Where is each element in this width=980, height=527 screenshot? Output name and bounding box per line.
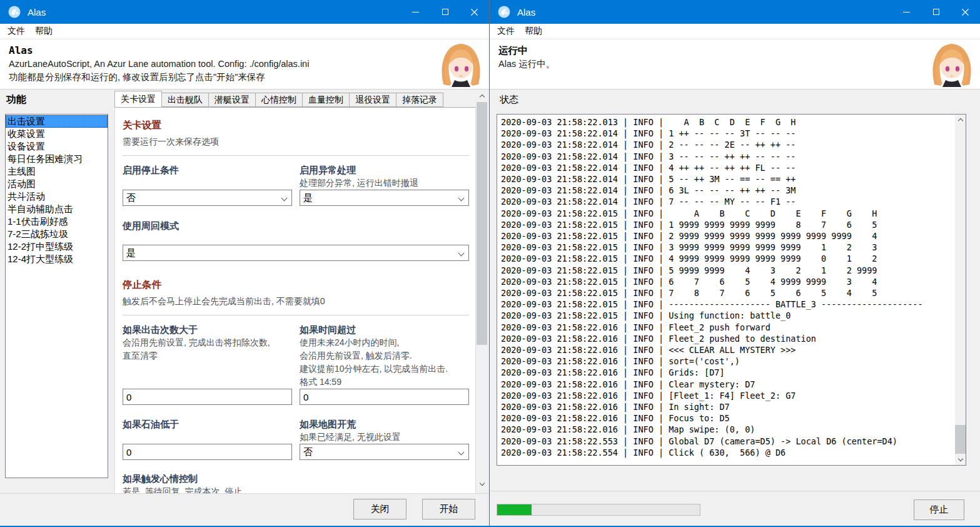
stop-button[interactable]: 停止 — [914, 499, 964, 520]
sidebar-item[interactable]: 12-4打大型练级 — [6, 253, 108, 265]
log-line: 2020-09-03 21:58:22.015 | INFO | 2 9999 … — [501, 230, 952, 242]
log-line: 2020-09-03 21:58:22.016 | INFO | [Fleet_… — [501, 390, 952, 401]
select-value: 否 — [303, 446, 313, 457]
enable-exception-select[interactable]: 是 — [300, 190, 469, 206]
sidebar-item[interactable]: 共斗活动 — [6, 190, 108, 203]
minimize-button[interactable] — [892, 0, 921, 24]
tab[interactable]: 出击舰队 — [161, 93, 209, 107]
sidebar-item[interactable]: 12-2打中型练级 — [6, 240, 108, 253]
field-label-if-count: 如果出击次数大于 — [123, 324, 292, 336]
menu-item[interactable]: 文件 — [3, 24, 30, 38]
scrollbar-thumb[interactable] — [477, 102, 487, 345]
menu-item[interactable]: 帮助 — [520, 24, 547, 38]
log-line: 2020-09-03 21:58:22.016 | INFO | Focus t… — [501, 412, 952, 424]
panel-scrollbar[interactable] — [477, 91, 487, 489]
log-line: 2020-09-03 21:58:22.016 | INFO | Fleet_2… — [501, 322, 952, 333]
scrollbar-thumb[interactable] — [955, 425, 966, 454]
menu-item[interactable]: 帮助 — [30, 24, 58, 38]
log-output[interactable]: 2020-09-03 21:58:22.013 | INFO | A B C D… — [497, 114, 966, 466]
enable-stop-select[interactable]: 否 — [123, 190, 292, 206]
scroll-up-button[interactable] — [477, 91, 487, 101]
close-button[interactable] — [460, 0, 489, 24]
window-title: Alas — [28, 7, 46, 18]
tab[interactable]: 退役设置 — [349, 93, 397, 107]
tab[interactable]: 潜艇设置 — [208, 93, 256, 107]
minimize-icon — [412, 12, 419, 13]
scroll-down-button[interactable] — [955, 454, 966, 465]
chevron-down-icon — [458, 195, 465, 202]
log-line: 2020-09-03 21:58:22.016 | INFO | Grids: … — [501, 367, 952, 378]
field-help-if-map-clear: 如果已经满足, 无视此设置 — [300, 431, 469, 444]
if-map-clear-select[interactable]: 否 — [300, 444, 469, 460]
log-line: 2020-09-03 21:58:22.016 | INFO | <<< CLE… — [501, 344, 952, 356]
menubar-right: 文件帮助 — [490, 24, 980, 39]
form-row: 如果出击次数大于 会沿用先前设置, 完成出击将扣除次数, 直至清零 如果时间超过… — [123, 324, 469, 405]
minimize-button[interactable] — [401, 0, 430, 24]
form-row: 如果石油低于 如果地图开荒 如果已经满足, 无视此设置 否 — [123, 418, 469, 460]
window-title: Alas — [517, 7, 535, 18]
log-line: 2020-09-03 21:58:22.014 | INFO | 7 -- --… — [501, 196, 952, 207]
log-scrollbar[interactable] — [955, 115, 966, 465]
if-count-input[interactable] — [123, 389, 292, 405]
section-title-stop: 停止条件 — [123, 279, 469, 291]
titlebar-left[interactable]: Alas — [0, 0, 489, 24]
field-label-enable-stop: 启用停止条件 — [123, 164, 292, 177]
alas-logo-icon — [497, 5, 511, 19]
close-button[interactable] — [951, 0, 980, 24]
log-line: 2020-09-03 21:58:22.015 | INFO | 5 9999 … — [501, 265, 952, 276]
log-line: 2020-09-03 21:58:22.016 | INFO | In sigh… — [501, 401, 952, 412]
tab[interactable]: 血量控制 — [302, 93, 350, 107]
titlebar-right[interactable]: Alas — [490, 0, 980, 24]
log-line: 2020-09-03 21:58:22.015 | INFO | -------… — [501, 299, 952, 310]
form-row: 使用周回模式 是 — [123, 220, 469, 261]
maximize-icon — [442, 9, 448, 15]
sidebar-item[interactable]: 1-1伏击刷好感 — [6, 215, 108, 228]
field-help-enable-exception: 处理部分异常, 运行出错时撤退 — [300, 177, 469, 190]
sidebar-item[interactable]: 出击设置 — [6, 115, 108, 128]
tab[interactable]: 掉落记录 — [396, 93, 443, 107]
scroll-down-button[interactable] — [477, 479, 487, 489]
sidebar-item[interactable]: 主线图 — [6, 165, 108, 178]
config-footer: 关闭 开始 — [0, 493, 489, 526]
log-line: 2020-09-03 21:58:22.016 | INFO | Map swi… — [501, 424, 952, 435]
sidebar-item[interactable]: 7-2三战拣垃圾 — [6, 228, 108, 240]
sidebar-item[interactable]: 活动图 — [6, 178, 108, 190]
app-header-right: 运行中 Alas 运行中。 — [490, 39, 980, 90]
log-line: 2020-09-03 21:58:22.015 | INFO | 4 9999 … — [501, 253, 952, 264]
start-button[interactable]: 开始 — [422, 499, 475, 519]
sidebar-item[interactable]: 每日任务困难演习 — [6, 153, 108, 165]
progress-fill — [497, 504, 532, 515]
minimize-icon — [903, 12, 910, 13]
maximize-button[interactable] — [921, 0, 951, 24]
menu-item[interactable]: 文件 — [492, 24, 520, 38]
if-oil-input[interactable] — [123, 444, 292, 460]
tab[interactable]: 心情控制 — [255, 93, 303, 107]
form-row: 如果触发心情控制 若是, 等待回复, 完成本次, 停止 — [123, 473, 469, 494]
sidebar-item[interactable]: 设备设置 — [6, 140, 108, 153]
log-line: 2020-09-03 21:58:22.014 | INFO | 6 3L --… — [501, 185, 952, 196]
log-line: 2020-09-03 21:58:22.015 | INFO | 3 9999 … — [501, 242, 952, 253]
if-time-input[interactable] — [300, 389, 469, 405]
log-line: 2020-09-03 21:58:22.013 | INFO | A B C D… — [501, 116, 952, 128]
chevron-down-icon — [957, 456, 962, 461]
divider — [123, 315, 469, 315]
log-line: 2020-09-03 21:58:22.015 | INFO | 7 8 7 6… — [501, 287, 952, 299]
field-help-if-emotion: 若是, 等待回复, 完成本次, 停止 — [123, 485, 469, 494]
app-title: Alas — [9, 44, 480, 58]
status-label: 状态 — [500, 94, 518, 106]
maximize-button[interactable] — [430, 0, 460, 24]
log-line: 2020-09-03 21:58:22.015 | INFO | Using f… — [501, 310, 952, 321]
scroll-up-button[interactable] — [955, 115, 966, 125]
sidebar-item[interactable]: 收菜设置 — [6, 128, 108, 140]
section-title-stage: 关卡设置 — [123, 119, 469, 131]
run-status-title: 运行中 — [498, 44, 971, 58]
round-mode-select[interactable]: 是 — [123, 245, 469, 261]
divider — [123, 155, 469, 156]
tab[interactable]: 关卡设置 — [114, 91, 162, 107]
field-label-if-time: 如果时间超过 — [300, 324, 469, 336]
function-listbox[interactable]: 出击设置收菜设置设备设置每日任务困难演习主线图活动图共斗活动半自动辅助点击1-1… — [5, 114, 108, 478]
sidebar-item[interactable]: 半自动辅助点击 — [6, 203, 108, 215]
close-app-button[interactable]: 关闭 — [353, 499, 407, 519]
log-line: 2020-09-03 21:58:22.016 | INFO | Fleet_2… — [501, 333, 952, 344]
log-line: 2020-09-03 21:58:22.014 | INFO | 2 -- --… — [501, 139, 952, 150]
